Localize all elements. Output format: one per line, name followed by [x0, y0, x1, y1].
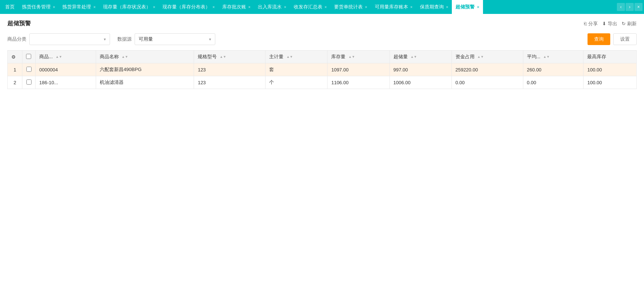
product-code-header[interactable]: 商品... ▲▼ [36, 51, 96, 63]
row-checkbox-cell [22, 63, 36, 76]
sort-icon: ▲▼ [410, 55, 417, 59]
sort-icon: ▲▼ [286, 55, 293, 59]
avg-cell: 260.00 [523, 63, 583, 76]
datasource-dropdown-icon: ▾ [209, 37, 211, 42]
overstock-header[interactable]: 超储量 ▲▼ [389, 51, 451, 63]
export-button[interactable]: ⬇ 导出 [602, 21, 617, 27]
data-table: ⚙ 商品... ▲▼ 商品名称 ▲▼ 规格型号 ▲▼ 主计 [7, 50, 637, 89]
category-dropdown-icon: ▾ [104, 37, 106, 42]
avg-header[interactable]: 平均... ▲▼ [523, 51, 583, 63]
top-nav: 首页 拣货任务管理 × 拣货异常处理 × 现存量（库存状况表） × 现存量（库存… [0, 0, 644, 14]
unit-cell: 个 [266, 76, 328, 89]
nav-arrows: ‹ › × [617, 3, 643, 11]
datasource-select[interactable]: 可用量 ▾ [135, 33, 215, 45]
settings-column-header[interactable]: ⚙ [8, 51, 22, 63]
query-button[interactable]: 查询 [588, 33, 610, 45]
capital-cell: 259220.00 [451, 63, 523, 76]
close-icon[interactable]: × [365, 5, 367, 9]
refresh-button[interactable]: ↻ 刷新 [622, 21, 637, 27]
product-code-cell: 0000004 [36, 63, 96, 76]
nav-item-batch[interactable]: 库存批次账 × [219, 0, 254, 14]
product-name-cell: 六配套新昌490BPG [96, 63, 194, 76]
row-checkbox[interactable] [26, 67, 32, 72]
filter-buttons: 查询 设置 [588, 33, 637, 45]
nav-item-requisition[interactable]: 要货单统计表 × [330, 0, 371, 14]
stock-cell: 1106.00 [328, 76, 389, 89]
product-code-cell: 186-10... [36, 76, 96, 89]
avg-cell: 0.00 [523, 76, 583, 89]
close-icon[interactable]: × [284, 5, 286, 9]
datasource-label: 数据源 [117, 36, 132, 42]
sort-icon: ▲▼ [543, 55, 550, 59]
category-label: 商品分类 [7, 36, 26, 42]
stock-header[interactable]: 库存量 ▲▼ [328, 51, 389, 63]
checkbox-column-header [22, 51, 36, 63]
close-icon[interactable]: × [248, 5, 250, 9]
max-stock-header: 最高库存 [583, 51, 637, 63]
page-title-row: 超储预警 ⎗ 分享 ⬇ 导出 ↻ 刷新 [7, 20, 637, 27]
sort-icon: ▲▼ [122, 55, 128, 59]
overstock-cell: 997.00 [389, 63, 451, 76]
settings-icon: ⚙ [11, 54, 16, 60]
export-icon: ⬇ [602, 21, 606, 26]
capital-cell: 0.00 [451, 76, 523, 89]
nav-item-overstock[interactable]: 超储预警 × [452, 0, 483, 14]
settings-button[interactable]: 设置 [613, 33, 637, 45]
title-actions: ⎗ 分享 ⬇ 导出 ↻ 刷新 [584, 21, 637, 27]
row-checkbox-cell [22, 76, 36, 89]
close-icon[interactable]: × [477, 5, 479, 9]
product-name-cell: 机油滤清器 [96, 76, 194, 89]
close-icon[interactable]: × [212, 5, 215, 9]
row-number: 1 [8, 63, 22, 76]
sort-icon: ▲▼ [55, 55, 62, 59]
nav-item-available[interactable]: 可用量库存账本 × [371, 0, 416, 14]
nav-item-home[interactable]: 首页 [1, 0, 18, 14]
filter-group-datasource: 数据源 可用量 ▾ [117, 33, 215, 45]
select-all-checkbox[interactable] [26, 54, 31, 59]
nav-close-all-button[interactable]: × [634, 3, 643, 11]
capital-header[interactable]: 资金占用 ▲▼ [451, 51, 523, 63]
row-checkbox[interactable] [26, 79, 32, 85]
share-icon: ⎗ [584, 21, 587, 26]
page-title: 超储预警 [7, 20, 31, 27]
category-select[interactable]: ▾ [29, 33, 110, 45]
close-icon[interactable]: × [93, 5, 95, 9]
table-row: 2 186-10... 机油滤清器 123 个 1106.00 1006.00 … [8, 76, 637, 89]
spec-header[interactable]: 规格型号 ▲▼ [194, 51, 266, 63]
nav-item-stock-status[interactable]: 现存量（库存状况表） × [99, 0, 159, 14]
unit-cell: 套 [266, 63, 328, 76]
nav-item-summary[interactable]: 收发存汇总表 × [290, 0, 330, 14]
nav-next-button[interactable]: › [626, 3, 634, 11]
table-header-row: ⚙ 商品... ▲▼ 商品名称 ▲▼ 规格型号 ▲▼ 主计 [8, 51, 637, 63]
overstock-cell: 1006.00 [389, 76, 451, 89]
close-icon[interactable]: × [410, 5, 413, 9]
close-icon[interactable]: × [53, 5, 55, 9]
filter-group-category: 商品分类 ▾ [7, 33, 110, 45]
close-icon[interactable]: × [446, 5, 448, 9]
max-stock-cell: 100.00 [583, 76, 637, 89]
sort-icon: ▲▼ [348, 55, 355, 59]
nav-item-expiry[interactable]: 保质期查询 × [416, 0, 452, 14]
refresh-icon: ↻ [622, 21, 626, 26]
sort-icon: ▲▼ [220, 55, 226, 59]
spec-cell: 123 [194, 63, 266, 76]
filter-row: 商品分类 ▾ 数据源 可用量 ▾ 查询 设置 [7, 33, 637, 45]
table-row: 1 0000004 六配套新昌490BPG 123 套 1097.00 997.… [8, 63, 637, 76]
max-stock-cell: 100.00 [583, 63, 637, 76]
stock-cell: 1097.00 [328, 63, 389, 76]
close-icon[interactable]: × [325, 5, 327, 9]
nav-item-task[interactable]: 拣货任务管理 × [18, 0, 59, 14]
nav-item-exception[interactable]: 拣货异常处理 × [59, 0, 99, 14]
datasource-select-text: 可用量 [139, 36, 153, 42]
page-content: 超储预警 ⎗ 分享 ⬇ 导出 ↻ 刷新 商品分类 ▾ 数据源 [0, 14, 644, 95]
sort-icon: ▲▼ [477, 55, 484, 59]
spec-cell: 123 [194, 76, 266, 89]
product-name-header[interactable]: 商品名称 ▲▼ [96, 51, 194, 63]
nav-item-stock-dist[interactable]: 现存量（库存分布表） × [159, 0, 218, 14]
share-button[interactable]: ⎗ 分享 [584, 21, 598, 27]
close-icon[interactable]: × [153, 5, 155, 9]
nav-prev-button[interactable]: ‹ [617, 3, 625, 11]
row-number: 2 [8, 76, 22, 89]
unit-header[interactable]: 主计量 ▲▼ [266, 51, 328, 63]
nav-item-flow[interactable]: 出入库流水 × [254, 0, 290, 14]
